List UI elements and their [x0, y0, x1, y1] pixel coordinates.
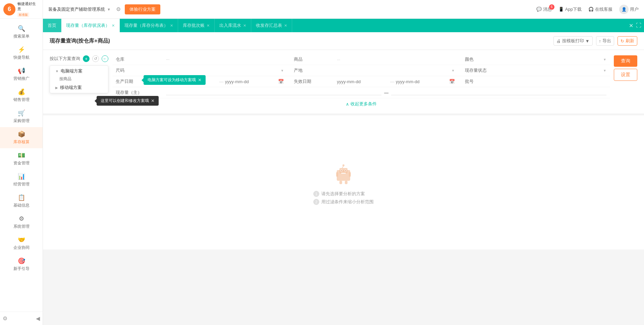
tab-maximize-icon[interactable]: ⛶: [636, 22, 641, 29]
empty-tips: 1 请先选择要分析的方案 2 用过滤条件来缩小分析范围: [313, 191, 374, 205]
tab-close-summary[interactable]: ✕: [284, 23, 287, 28]
filter-action-col: 查询 设置: [614, 54, 637, 81]
tooltip-edit-schema-close[interactable]: ✕: [151, 98, 155, 103]
qty-input-end[interactable]: [391, 90, 606, 95]
sidebar-item-purchase[interactable]: 🛒 采购管理: [0, 106, 43, 127]
expire-date-cell: — 📅: [333, 76, 458, 87]
topbar-system: 装备及固定资产辅助管理系统 ▼: [48, 6, 111, 12]
quicknav-icon: ⚡: [18, 46, 25, 53]
batch-input-cell: [507, 76, 610, 87]
app-download-btn[interactable]: 📱 App下载: [558, 6, 582, 12]
svg-rect-7: [336, 172, 338, 177]
system-name[interactable]: 装备及固定资产辅助管理系统: [48, 6, 105, 12]
collab-icon: 🤝: [18, 236, 25, 243]
tab-close-stock-dist[interactable]: ✕: [170, 23, 173, 28]
solution-btn[interactable]: 体验行业方案: [125, 4, 160, 14]
tab-inout[interactable]: 出入库流水 ✕: [215, 19, 251, 32]
settings-gear-icon[interactable]: ⚙: [116, 6, 121, 12]
filter-row-1: 仓库 ··· 商品 ··· 颜色: [112, 54, 610, 65]
sidebar-item-quicknav[interactable]: ⚡ 快捷导航: [0, 43, 43, 64]
inventory-icon: 📦: [18, 130, 25, 138]
tooltip-edit-schema: 这里可以创建和修改方案哦 ✕: [97, 96, 159, 106]
svg-point-12: [342, 164, 344, 166]
guide-icon: 🎯: [18, 257, 25, 265]
print-btn[interactable]: 🖨 按模板打印 ▼: [553, 36, 593, 46]
sidebar-collapse-btn[interactable]: ◀: [36, 315, 40, 322]
refresh-icon: ↻: [621, 39, 624, 44]
operations-icon: 📊: [18, 173, 25, 180]
qty-dash: —: [384, 90, 388, 95]
system-dropdown-arrow[interactable]: ▼: [107, 7, 111, 11]
stock-status-arrow[interactable]: ▼: [603, 69, 606, 72]
avatar: 👤: [619, 5, 629, 14]
goods-dots[interactable]: ···: [337, 57, 340, 62]
sidebar-item-sales[interactable]: 💰 销售管理: [0, 85, 43, 106]
page-header: 现存量查询(按仓库+商品) 🖨 按模板打印 ▼ ↑ 导出 ↻ 刷新: [43, 32, 644, 50]
batch-input[interactable]: [510, 79, 567, 84]
warehouse-label: 仓库: [112, 54, 163, 65]
tab-batch[interactable]: 库存批次账 ✕: [178, 19, 215, 32]
sidebar-item-marketing[interactable]: 📢 营销推广: [0, 64, 43, 85]
schema-node-desktop[interactable]: ▼ 电脑端方案: [50, 67, 108, 75]
tab-home[interactable]: 首页: [43, 19, 61, 32]
tooltip-add-schema-close[interactable]: ✕: [198, 77, 202, 83]
marketing-icon: 📢: [18, 67, 25, 74]
export-btn[interactable]: ↑ 导出: [596, 36, 614, 46]
empty-tip-1: 1 请先选择要分析的方案: [313, 191, 374, 197]
schema-sub1[interactable]: 按商品: [50, 75, 108, 83]
origin-arrow[interactable]: ▼: [451, 69, 455, 72]
sales-icon: 💰: [18, 88, 25, 96]
tab-close-all-icon[interactable]: ✕: [629, 22, 633, 29]
sidebar-logo: 6 畅捷通好生意 标准版: [0, 0, 43, 19]
color-arrow[interactable]: ▼: [603, 58, 606, 61]
expire-date-dash: —: [390, 79, 394, 84]
expire-date-input-end[interactable]: [396, 79, 448, 84]
support-btn[interactable]: 🎧 在线客服: [588, 6, 612, 12]
filter-settings-btn[interactable]: 设置: [614, 69, 637, 81]
goods-input-cell: ···: [333, 54, 458, 65]
qty-input-start[interactable]: [166, 90, 381, 95]
size-arrow[interactable]: ▼: [281, 69, 284, 72]
color-label: 颜色: [458, 54, 507, 65]
sidebar-item-guide[interactable]: 🎯 新手引导: [0, 254, 43, 275]
filter-reset-btn[interactable]: ↺: [92, 55, 99, 62]
sidebar-item-finance[interactable]: 💵 资金管理: [0, 148, 43, 169]
expire-date-input[interactable]: [337, 79, 389, 84]
tab-stock-status[interactable]: 现存量（库存状况表） ✕: [61, 19, 120, 32]
svg-rect-10: [345, 181, 347, 184]
tab-right-controls: ✕ ⛶: [626, 19, 644, 32]
sidebar-item-system[interactable]: ⚙ 系统管理: [0, 212, 43, 233]
collapse-btn[interactable]: ∧ 收起更多条件: [112, 98, 610, 110]
sidebar-item-collab[interactable]: 🤝 企业协同: [0, 233, 43, 254]
tab-close-stock-status[interactable]: ✕: [112, 23, 115, 28]
tabbar: 首页 现存量（库存状况表） ✕ 现存量（库存分布表） ✕ 库存批次账 ✕ 出入库…: [43, 19, 644, 32]
tab-close-batch[interactable]: ✕: [207, 23, 210, 28]
empty-tip-2: 2 用过滤条件来缩小分析范围: [313, 199, 374, 205]
schema-toggle-desktop: ▼: [55, 69, 59, 73]
message-btn[interactable]: 💬 消息 6: [536, 6, 552, 12]
schema-node-mobile[interactable]: ▶ 移动端方案: [50, 84, 108, 92]
prod-date-calendar-icon[interactable]: 📅: [278, 79, 284, 84]
sidebar-item-search[interactable]: 🔍 搜索菜单: [0, 21, 43, 43]
sidebar-settings-btn[interactable]: ⚙: [3, 315, 7, 322]
expire-date-calendar-icon[interactable]: 📅: [449, 79, 455, 84]
user-btn[interactable]: 👤 用户: [619, 5, 639, 14]
sidebar-item-basicinfo[interactable]: 📋 基础信息: [0, 191, 43, 212]
warehouse-dots[interactable]: ···: [166, 57, 169, 62]
svg-point-4: [341, 170, 342, 171]
tab-summary[interactable]: 收发存汇总表 ✕: [251, 19, 292, 32]
tooltip-green-content: 电脑方案可设为移动方案哦 ✕: [144, 75, 206, 85]
tab-close-inout[interactable]: ✕: [243, 23, 246, 28]
query-btn[interactable]: 查询: [614, 55, 637, 67]
prod-date-input-end[interactable]: [225, 79, 277, 84]
app-logo-icon: 6: [3, 3, 15, 15]
empty-state: 1 请先选择要分析的方案 2 用过滤条件来缩小分析范围: [307, 140, 380, 225]
sidebar-item-operations[interactable]: 📊 经营管理: [0, 169, 43, 191]
refresh-btn[interactable]: ↻ 刷新: [618, 36, 637, 46]
tab-stock-dist[interactable]: 现存量（库存分布表） ✕: [120, 19, 178, 32]
sidebar-item-inventory[interactable]: 📦 库存核算: [0, 127, 43, 148]
filter-arrow-btn[interactable]: ←: [102, 55, 108, 62]
size-input-cell: ▼: [163, 65, 287, 76]
svg-rect-6: [341, 173, 346, 174]
filter-add-btn[interactable]: +: [83, 55, 90, 62]
